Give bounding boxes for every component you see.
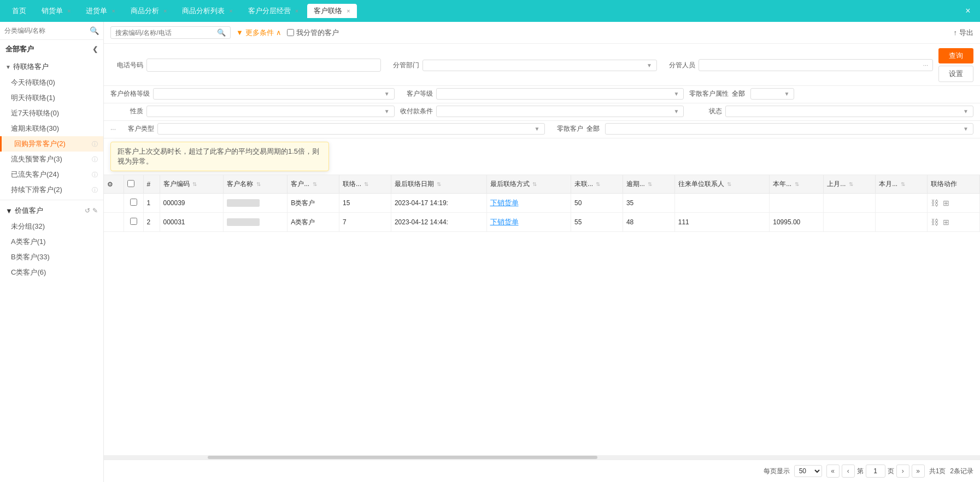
sidebar-item-rebuy-anomaly[interactable]: 回购异常客户(2) ⓘ (0, 136, 103, 152)
grid-action-icon-1[interactable]: ⊞ (943, 199, 949, 207)
sidebar-search-icon[interactable]: 🔍 (90, 26, 99, 35)
nav-item-sales[interactable]: 销货单 × (35, 4, 77, 18)
dept-label: 分管部门 (386, 61, 419, 70)
td-contact-2: 7 (339, 213, 391, 232)
edit-icon[interactable]: ✎ (92, 207, 98, 214)
nav-label-customer-contact: 客户联络 (314, 6, 342, 16)
page-number-input[interactable] (866, 464, 885, 478)
nav-item-home[interactable]: 首页 (5, 4, 33, 18)
scroll-thumb[interactable] (208, 456, 597, 459)
customer-type-select[interactable]: ▼ (157, 123, 544, 135)
td-action-1: ⛓ ⊞ (928, 194, 980, 213)
next-page-button[interactable]: › (896, 464, 909, 478)
sidebar-item-b-class[interactable]: B类客户(33) (0, 249, 103, 265)
ungrouped-label: 未分组(32) (11, 222, 98, 231)
td-code-1: 000039 (160, 194, 224, 213)
dept-select[interactable]: ▼ (422, 60, 657, 71)
per-page-select[interactable]: 50 20 100 (794, 465, 822, 477)
row-checkbox-2[interactable] (130, 218, 137, 225)
sidebar-item-a-class[interactable]: A类客户(1) (0, 234, 103, 249)
more-dots[interactable]: ··· (110, 125, 116, 133)
td-type-2: A类客户 (287, 213, 339, 232)
declining-label: 持续下滑客户(2) (11, 185, 92, 195)
nav-close-analysis[interactable]: × (163, 8, 167, 14)
sidebar-item-7days[interactable]: 近7天待联络(0) (0, 106, 103, 121)
refresh-icon[interactable]: ↺ (85, 207, 90, 214)
th-this-month: 本月... ⇅ (876, 175, 928, 194)
nav-label-sales: 销货单 (42, 6, 63, 16)
price-level-select[interactable]: ▼ (153, 88, 395, 100)
export-button[interactable]: ↑ 导出 (954, 28, 974, 38)
payment-select[interactable]: ▼ (436, 106, 684, 117)
nature-select[interactable]: ▼ (146, 106, 395, 117)
th-settings[interactable]: ⚙ (104, 175, 124, 194)
customer-level-label: 客户等级 (400, 89, 433, 98)
retail-customer-prefix: 全部 (586, 124, 600, 133)
my-customers-checkbox[interactable] (287, 29, 294, 36)
sidebar-item-today[interactable]: 今天待联络(0) (0, 75, 103, 90)
grid-action-icon-2[interactable]: ⊞ (943, 218, 949, 227)
total-records-info: 2条记录 (950, 467, 973, 476)
customer-type-label: 客户类型 (121, 124, 154, 133)
nav-close-analysis-list[interactable]: × (229, 8, 232, 14)
nav-item-analysis-list[interactable]: 商品分析列表 × (175, 4, 239, 18)
dept-arrow: ▼ (647, 62, 652, 68)
more-conditions-button[interactable]: ▼ 更多条件 ∧ (236, 28, 281, 38)
link-action-icon-1[interactable]: ⛓ (931, 199, 938, 207)
pending-group-label: 待联络客户 (13, 62, 49, 72)
close-all-tabs-button[interactable]: × (961, 4, 975, 18)
sidebar-item-churn-warning[interactable]: 流失预警客户(3) ⓘ (0, 152, 103, 167)
nav-close-purchase[interactable]: × (112, 8, 115, 14)
b-class-label: B类客户(33) (11, 252, 98, 262)
sidebar-search-input[interactable] (4, 27, 86, 34)
td-name-2 (224, 213, 287, 232)
sidebar-collapse-icon[interactable]: ❮ (92, 45, 98, 53)
sidebar-item-ungrouped[interactable]: 未分组(32) (0, 219, 103, 234)
action-buttons: 查询 设置 (938, 48, 973, 82)
row-checkbox-1[interactable] (130, 199, 137, 206)
search-icon[interactable]: 🔍 (217, 28, 226, 37)
td-type-1: B类客户 (287, 194, 339, 213)
nav-item-customer-segment[interactable]: 客户分层经营 × (242, 4, 305, 18)
retail-customer-filter: 零散客户 全部 ▼ (550, 123, 974, 135)
method-link-1[interactable]: 下销货单 (490, 199, 519, 207)
dept-filter: 分管部门 ▼ (386, 60, 657, 71)
nav-close-customer-contact[interactable]: × (347, 8, 350, 14)
nav-close-customer-segment[interactable]: × (295, 8, 298, 14)
my-customers-label: 我分管的客户 (296, 28, 339, 38)
method-link-2[interactable]: 下销货单 (490, 218, 519, 226)
select-all-checkbox[interactable] (127, 180, 134, 187)
td-this-year-2: 10995.00 (770, 213, 824, 232)
nav-item-analysis[interactable]: 商品分析 × (124, 4, 173, 18)
sidebar-group-pending[interactable]: ▼ 待联络客户 (0, 59, 103, 75)
query-button[interactable]: 查询 (938, 48, 973, 63)
sidebar-item-overdue[interactable]: 逾期未联络(30) (0, 121, 103, 136)
sidebar-item-declining[interactable]: 持续下滑客户(2) ⓘ (0, 182, 103, 198)
nav-item-purchase[interactable]: 进货单 × (79, 4, 121, 18)
sidebar-item-tomorrow[interactable]: 明天待联络(1) (0, 90, 103, 106)
customer-level-select[interactable]: ▼ (436, 88, 684, 100)
retail-attr-select[interactable]: ▼ (750, 88, 794, 100)
sidebar-item-churned[interactable]: 已流失客户(24) ⓘ (0, 167, 103, 182)
person-more: ··· (923, 62, 928, 68)
status-select[interactable]: ▼ (725, 106, 973, 117)
phone-input[interactable] (146, 59, 381, 72)
retail-customer-select[interactable]: ▼ (605, 123, 974, 135)
nav-item-customer-contact[interactable]: 客户联络 × (307, 4, 356, 18)
sidebar-search-area: 🔍 (0, 22, 103, 40)
c-class-label: C类客户(6) (11, 268, 98, 277)
nav-close-sales[interactable]: × (67, 8, 71, 14)
link-action-icon-2[interactable]: ⛓ (931, 218, 938, 227)
7days-label: 近7天待联络(0) (11, 108, 98, 118)
last-page-button[interactable]: » (912, 464, 925, 478)
person-select[interactable]: ··· (699, 59, 933, 71)
sidebar-group-value[interactable]: ▼ 价值客户 ↺ ✎ (0, 202, 103, 219)
customer-search-input[interactable] (115, 29, 215, 37)
table-row: 1 000039 B类客户 15 2023-04-17 14:19: 下销货单 … (104, 194, 980, 213)
first-page-button[interactable]: « (826, 464, 840, 478)
prev-page-button[interactable]: ‹ (842, 464, 855, 478)
settings-button[interactable]: 设置 (938, 66, 973, 82)
payment-arrow: ▼ (673, 108, 679, 114)
horizontal-scrollbar[interactable] (104, 455, 980, 460)
sidebar-item-c-class[interactable]: C类客户(6) (0, 265, 103, 280)
